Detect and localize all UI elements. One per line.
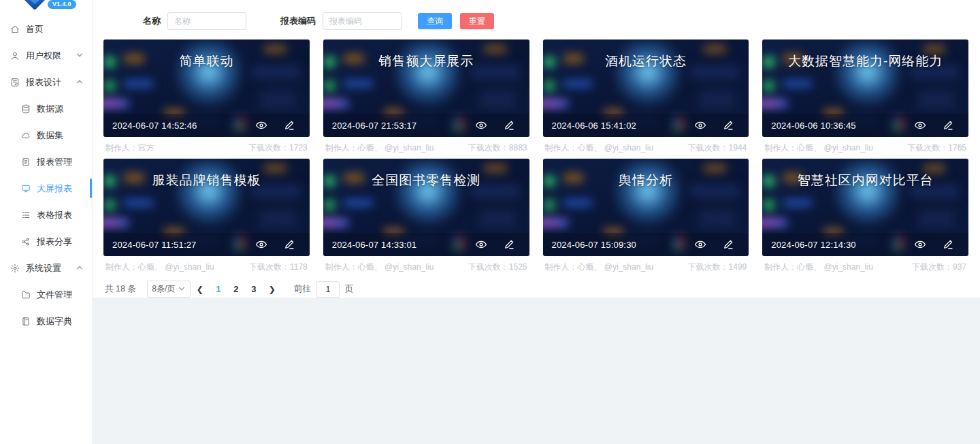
sidebar-item-table-report[interactable]: 表格报表 — [0, 202, 92, 228]
edit-icon[interactable] — [283, 238, 295, 251]
sidebar-item-label: 数据字典 — [37, 315, 72, 328]
card-downloads: 下载次数：1525 — [468, 261, 527, 273]
card-creator: 制作人：心瘾、 @yi_shan_liu — [325, 142, 434, 154]
edit-icon[interactable] — [942, 119, 954, 131]
card-creator: 制作人：心瘾、 @yi_shan_liu — [545, 261, 654, 273]
sidebar-item-label: 数据集 — [37, 129, 63, 142]
chevron-down-icon — [178, 285, 185, 294]
card-timestamp: 2024-06-07 21:53:17 — [332, 121, 417, 131]
view-icon[interactable] — [255, 119, 267, 131]
chevron-down-icon — [76, 50, 83, 61]
sidebar-item-bigscreen-report[interactable]: 大屏报表 — [0, 175, 92, 202]
card-title: 简单联动 — [103, 52, 310, 70]
card-bottom-bar: 2024-06-07 21:53:17 — [323, 114, 529, 137]
report-code-input[interactable] — [323, 12, 402, 30]
main-content: 名称 报表编码 查询 重置 简单联动 2024-06-07 14:5 — [93, 0, 980, 444]
view-icon[interactable] — [914, 119, 926, 131]
view-icon[interactable] — [475, 238, 487, 251]
share-icon — [21, 237, 31, 247]
view-icon[interactable] — [255, 238, 267, 251]
page-number-3[interactable]: 3 — [245, 284, 263, 294]
report-card-cell: 全国图书零售检测 2024-06-07 14:33:01 制作人：心瘾、 @yi… — [323, 159, 529, 273]
report-card[interactable]: 舆情分析 2024-06-07 15:09:30 — [543, 159, 749, 256]
sidebar-item-home[interactable]: 首页 — [0, 16, 92, 42]
report-card[interactable]: 酒机运行状态 2024-06-06 15:41:02 — [543, 39, 749, 137]
card-downloads: 下载次数：1765 — [907, 142, 966, 154]
edit-icon[interactable] — [503, 119, 515, 131]
card-bottom-bar: 2024-06-07 15:09:30 — [543, 233, 749, 256]
edit-icon[interactable] — [722, 238, 734, 251]
goto-page-input[interactable] — [316, 281, 340, 298]
reset-button[interactable]: 重置 — [460, 13, 494, 29]
report-card-grid: 简单联动 2024-06-07 14:52:46 制作人：官方 下载次数：172… — [93, 33, 980, 278]
edit-icon[interactable] — [722, 119, 734, 131]
view-icon[interactable] — [914, 238, 926, 251]
sidebar-item-system-settings[interactable]: 系统设置 — [0, 255, 92, 281]
report-card-cell: 智慧社区内网对比平台 2024-06-07 12:14:30 制作人：心瘾、 @… — [762, 159, 968, 273]
sidebar-item-label: 大屏报表 — [37, 183, 72, 195]
name-label: 名称 — [143, 15, 161, 27]
gear-icon — [10, 264, 20, 273]
search-form: 名称 报表编码 查询 重置 — [93, 0, 980, 33]
sidebar-item-label: 报表分享 — [37, 236, 72, 248]
card-bottom-bar: 2024-06-07 12:14:30 — [762, 233, 968, 256]
folder-icon — [21, 290, 31, 300]
report-card[interactable]: 全国图书零售检测 2024-06-07 14:33:01 — [323, 159, 529, 256]
next-page-button[interactable]: ❯︎ — [263, 285, 282, 294]
sidebar-item-label: 首页 — [26, 23, 44, 35]
sidebar-item-report-design[interactable]: 报表设计 — [0, 69, 92, 95]
card-downloads: 下载次数：1178 — [249, 261, 308, 273]
card-timestamp: 2024-06-07 14:52:46 — [112, 121, 197, 131]
goto-unit: 页 — [345, 283, 354, 295]
card-title: 全国图书零售检测 — [323, 172, 529, 189]
sidebar-item-data-dictionary[interactable]: 数据字典 — [0, 308, 92, 334]
card-downloads: 下载次数：8883 — [468, 142, 527, 154]
view-icon[interactable] — [475, 119, 487, 131]
view-icon[interactable] — [694, 238, 706, 251]
sidebar-item-label: 表格报表 — [37, 209, 72, 221]
edit-icon[interactable] — [942, 238, 954, 251]
card-meta: 制作人：心瘾、 @yi_shan_liu 下载次数：1944 — [543, 137, 749, 154]
card-meta: 制作人：心瘾、 @yi_shan_liu 下载次数：8883 — [323, 137, 529, 154]
report-card[interactable]: 简单联动 2024-06-07 14:52:46 — [103, 39, 310, 137]
card-meta: 制作人：心瘾、 @yi_shan_liu 下载次数：1499 — [543, 256, 749, 273]
card-timestamp: 2024-06-07 11:51:27 — [112, 240, 197, 250]
sidebar-item-dataset[interactable]: 数据集 — [0, 122, 92, 148]
prev-page-button[interactable]: ❮︎ — [191, 285, 210, 294]
page-number-2[interactable]: 2 — [227, 284, 245, 294]
page-number-1[interactable]: 1 — [210, 284, 227, 294]
document-icon — [21, 157, 31, 167]
sidebar-item-label: 报表设计 — [26, 76, 61, 89]
sidebar-item-data-source[interactable]: 数据源 — [0, 95, 92, 122]
sidebar-item-user-perms[interactable]: 用户权限 — [0, 42, 92, 69]
pagination: 共 18 条 8条/页 ❮︎ 1 2 3 ❯︎ 前往 页 — [93, 281, 980, 298]
edit-icon[interactable] — [283, 119, 295, 131]
sidebar-item-label: 文件管理 — [37, 289, 72, 301]
report-card[interactable]: 大数据智慧能力-网络能力 2024-06-06 10:36:45 — [762, 39, 968, 137]
report-card-cell: 简单联动 2024-06-07 14:52:46 制作人：官方 下载次数：172… — [103, 39, 310, 154]
card-meta: 制作人：心瘾、 @yi_shan_liu 下载次数：1178 — [103, 256, 310, 273]
report-card[interactable]: 服装品牌销售模板 2024-06-07 11:51:27 — [103, 159, 310, 256]
logo-row: V1.4.0 — [0, 0, 92, 10]
card-creator: 制作人：心瘾、 @yi_shan_liu — [545, 142, 654, 154]
chevron-up-icon — [76, 77, 83, 87]
sidebar-item-report-manage[interactable]: 报表管理 — [0, 148, 92, 175]
home-icon — [10, 25, 20, 34]
pagination-total: 共 18 条 — [105, 283, 136, 295]
report-card[interactable]: 智慧社区内网对比平台 2024-06-07 12:14:30 — [762, 159, 968, 256]
card-bottom-bar: 2024-06-07 14:33:01 — [323, 233, 529, 256]
page-size-select[interactable]: 8条/页 — [147, 281, 191, 298]
card-title: 舆情分析 — [543, 172, 749, 189]
sidebar-item-report-share[interactable]: 报表分享 — [0, 228, 92, 255]
card-creator: 制作人：心瘾、 @yi_shan_liu — [105, 261, 214, 273]
name-input[interactable] — [167, 12, 246, 30]
view-icon[interactable] — [694, 119, 706, 131]
report-card[interactable]: 销售额大屏展示 2024-06-07 21:53:17 — [323, 39, 529, 137]
sidebar-item-file-manage[interactable]: 文件管理 — [0, 281, 92, 308]
sidebar-item-label: 报表管理 — [37, 156, 72, 168]
sidebar: V1.4.0 首页 用户权限 报表设计 数据源 数据集 报表管理 — [0, 0, 93, 444]
app-logo — [18, 0, 51, 10]
card-meta: 制作人：心瘾、 @yi_shan_liu 下载次数：1525 — [323, 256, 529, 273]
edit-icon[interactable] — [503, 238, 515, 251]
query-button[interactable]: 查询 — [418, 13, 452, 29]
